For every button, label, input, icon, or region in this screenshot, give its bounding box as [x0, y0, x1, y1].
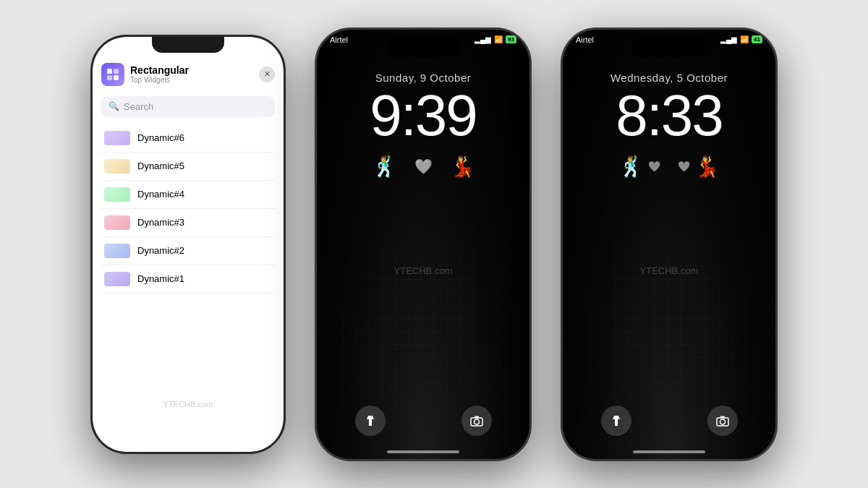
- list-item[interactable]: Dynamic#3: [101, 209, 275, 237]
- svg-rect-3: [114, 75, 119, 80]
- widget-header: Rectangular Top Widgets ✕: [101, 59, 275, 86]
- search-placeholder: Search: [124, 101, 153, 112]
- item-thumbnail: [104, 272, 130, 286]
- flashlight-button-2[interactable]: [355, 406, 386, 436]
- carrier-3: Airtel: [576, 35, 594, 44]
- signal-icon-2: ▂▄▆: [475, 35, 491, 43]
- home-indicator-2: [387, 450, 459, 453]
- watermark-3: YTECHB.com: [640, 265, 699, 276]
- stickman-left-3: 🕺: [618, 155, 644, 179]
- list-item[interactable]: Dynamic#5: [101, 153, 275, 181]
- status-bar-2: Airtel ▂▄▆ 📶 93: [317, 30, 529, 61]
- signal-icon-3: ▂▄▆: [720, 35, 737, 43]
- stickman-left-2: 🕺: [372, 155, 397, 179]
- item-thumbnail: [104, 244, 130, 258]
- home-indicator-3: [633, 450, 705, 453]
- ls-date-2: Sunday, 9 October: [375, 72, 471, 84]
- svg-point-6: [474, 419, 479, 424]
- flashlight-button-3[interactable]: [601, 406, 631, 436]
- watermark-2: YTECHB.com: [394, 265, 453, 276]
- item-thumbnail: [104, 159, 130, 174]
- widget-list: Dynamic#6 Dynamic#5 Dynamic#4 Dynamic#3 …: [101, 124, 275, 294]
- svg-rect-0: [107, 69, 112, 74]
- list-item[interactable]: Dynamic#1: [101, 265, 275, 294]
- svg-rect-2: [107, 75, 112, 80]
- phone-2: Airtel ▂▄▆ 📶 93 Sunday, 9 October 9:39 🕺…: [315, 27, 532, 461]
- ls-widgets-2: 🕺 🤍 💃: [372, 155, 475, 179]
- bottom-buttons-3: [563, 406, 775, 436]
- stickman-right-3: 💃: [694, 155, 720, 179]
- bottom-buttons-2: [317, 406, 529, 436]
- wifi-icon-2: 📶: [494, 35, 503, 43]
- heart-small-3: 🤍: [648, 160, 660, 172]
- item-thumbnail: [104, 215, 130, 230]
- item-label: Dynamic#5: [137, 160, 184, 171]
- svg-rect-1: [114, 69, 119, 74]
- carrier-2: Airtel: [330, 35, 348, 44]
- ls-date-3: Wednesday, 5 October: [610, 72, 728, 84]
- search-bar[interactable]: 🔍 Search: [101, 96, 275, 117]
- stickman-right-2: 💃: [450, 155, 475, 179]
- ls-time-2: 9:39: [370, 87, 477, 145]
- lockscreen-2: Sunday, 9 October 9:39 🕺 🤍 💃: [317, 30, 529, 459]
- item-label: Dynamic#3: [137, 217, 184, 228]
- item-thumbnail: [104, 131, 130, 145]
- phone-1: Rectangular Top Widgets ✕ 🔍 Search Dynam…: [90, 35, 286, 454]
- item-label: Dynamic#1: [137, 273, 184, 284]
- battery-3: 41: [752, 35, 762, 43]
- list-item[interactable]: Dynamic#6: [101, 124, 275, 153]
- camera-button-2[interactable]: [461, 406, 492, 436]
- list-item[interactable]: Dynamic#4: [101, 181, 275, 209]
- app-icon: [101, 63, 124, 86]
- watermark-1: YTECHB.com: [163, 400, 213, 408]
- search-icon: 🔍: [109, 101, 119, 111]
- ls-widgets-3: 🕺 🤍 🤍 💃: [618, 155, 720, 179]
- svg-rect-7: [475, 416, 479, 418]
- svg-marker-4: [367, 416, 374, 426]
- heart-small-3b: 🤍: [678, 160, 690, 172]
- item-thumbnail: [104, 187, 130, 202]
- camera-button-3[interactable]: [707, 406, 738, 436]
- status-icons-3: ▂▄▆ 📶 41: [720, 35, 762, 43]
- item-label: Dynamic#6: [137, 132, 184, 143]
- app-title: Rectangular: [130, 64, 189, 76]
- item-label: Dynamic#2: [137, 245, 184, 256]
- wifi-icon-3: 📶: [740, 35, 749, 43]
- battery-2: 93: [506, 35, 516, 43]
- ls-time-3: 8:33: [616, 87, 723, 145]
- lockscreen-3: Wednesday, 5 October 8:33 🕺 🤍 🤍 💃: [563, 30, 775, 459]
- close-button[interactable]: ✕: [259, 67, 275, 82]
- notch-1: [152, 37, 224, 53]
- svg-rect-11: [720, 416, 725, 418]
- svg-point-10: [720, 419, 725, 424]
- item-label: Dynamic#4: [137, 189, 184, 200]
- app-subtitle: Top Widgets: [130, 76, 189, 84]
- svg-marker-8: [613, 416, 620, 426]
- status-bar-3: Airtel ▂▄▆ 📶 41: [563, 30, 775, 61]
- status-icons-2: ▂▄▆ 📶 93: [475, 35, 516, 43]
- phone-3: Airtel ▂▄▆ 📶 41 Wednesday, 5 October 8:3…: [561, 27, 778, 461]
- heart-icon-2: 🤍: [414, 158, 433, 175]
- list-item[interactable]: Dynamic#2: [101, 237, 275, 265]
